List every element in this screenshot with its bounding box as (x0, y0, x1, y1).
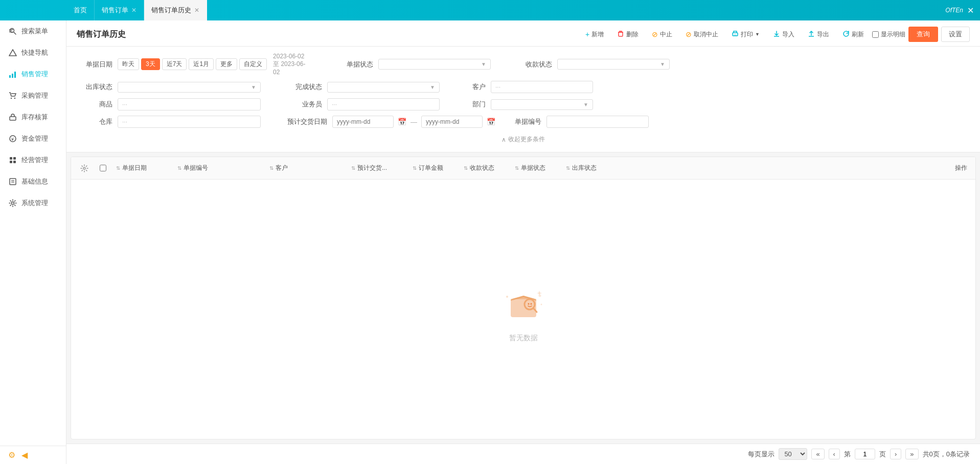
tab-sales-order-history-close[interactable]: ✕ (194, 7, 199, 14)
complete-status-label: 完成状态 (281, 82, 327, 92)
tab-sales-order[interactable]: 销售订单 ✕ (95, 0, 144, 20)
customer-label: 客户 (460, 82, 491, 92)
first-page-button[interactable]: « (811, 449, 824, 459)
warehouse-label: 仓库 (77, 117, 118, 126)
quick-nav-icon (8, 48, 17, 57)
stop-button[interactable]: ⊘ 中止 (647, 28, 677, 41)
sidebar-item-finance-mgmt[interactable]: ¥ 资金管理 (0, 128, 66, 149)
show-detail-toggle[interactable]: 显示明细 (872, 30, 905, 39)
warehouse-select-btn[interactable]: ··· (118, 116, 261, 128)
date-btn-1month[interactable]: 近1月 (189, 58, 214, 70)
sidebar-bottom: ⚙ ◀ (0, 446, 66, 464)
new-button[interactable]: + 新增 (580, 28, 609, 41)
sidebar-item-base-info[interactable]: 基础信息 (0, 171, 66, 192)
dept-select[interactable]: ▼ (491, 99, 593, 110)
cancel-stop-button[interactable]: ⊘ 取消中止 (680, 28, 723, 41)
topbar-close-icon[interactable]: ✕ (967, 6, 974, 15)
payment-status-select[interactable]: ▼ (557, 59, 670, 70)
system-mgmt-icon (8, 198, 17, 208)
th-doc-no[interactable]: ⇅ 单据编号 (173, 164, 265, 172)
tab-sales-order-close[interactable]: ✕ (131, 7, 136, 14)
out-status-arrow-icon: ▼ (251, 84, 256, 90)
th-delivery-sort-icon: ⇅ (351, 165, 355, 171)
tab-home[interactable]: 首页 (66, 0, 95, 20)
date-btn-today[interactable]: 昨天 (118, 58, 139, 70)
dept-label: 部门 (460, 100, 491, 109)
svg-point-21 (12, 202, 14, 205)
th-doc-status[interactable]: ⇅ 单据状态 (511, 164, 562, 172)
sidebar-item-system-mgmt[interactable]: 系统管理 (0, 192, 66, 214)
delete-button[interactable]: 删除 (612, 28, 644, 41)
page-number-input[interactable] (855, 449, 875, 459)
calendar-start-icon[interactable]: 📅 (398, 118, 406, 126)
th-out-status[interactable]: ⇅ 出库状态 (562, 164, 613, 172)
th-docno-sort-icon: ⇅ (177, 165, 181, 171)
settings-button[interactable]: 设置 (941, 27, 970, 42)
th-delivery-date[interactable]: ⇅ 预计交货... (347, 164, 408, 172)
complete-status-select[interactable]: ▼ (327, 82, 440, 93)
print-button[interactable]: 打印 ▼ (726, 28, 765, 41)
tab-sales-order-history[interactable]: 销售订单历史 ✕ (144, 0, 207, 20)
sidebar-item-purchase-mgmt[interactable]: 采购管理 (0, 85, 66, 106)
sidebar-item-search-menu[interactable]: 搜索菜单 (0, 20, 66, 42)
main-layout: 搜索菜单 快捷导航 销售管理 采购管理 库存核算 (0, 20, 980, 464)
sidebar-item-sales-mgmt[interactable]: 销售管理 (0, 63, 66, 85)
th-checkbox[interactable] (94, 165, 112, 171)
out-status-label: 出库状态 (77, 82, 118, 92)
doc-no-input[interactable] (546, 116, 649, 128)
content-area: 销售订单历史 + 新增 删除 ⊘ 中止 ⊘ 取消中 (66, 20, 980, 464)
svg-rect-2 (9, 29, 13, 30)
salesperson-select-btn[interactable]: ··· (327, 98, 440, 111)
import-button[interactable]: 导入 (768, 28, 800, 41)
query-button[interactable]: 查询 (908, 27, 938, 42)
select-all-checkbox[interactable] (100, 165, 106, 171)
print-icon (732, 30, 739, 39)
svg-point-35 (540, 303, 542, 305)
customer-select-btn[interactable]: ··· (491, 81, 593, 93)
th-payment-status[interactable]: ⇅ 收款状态 (460, 164, 511, 172)
date-btn-7days[interactable]: 近7天 (162, 58, 187, 70)
goods-select-btn[interactable]: ··· (118, 98, 261, 111)
svg-text:¥: ¥ (11, 137, 14, 142)
date-range-text: 2023-06-02 至 2023-06-02 (273, 53, 312, 76)
svg-rect-7 (12, 74, 13, 78)
delivery-date-start[interactable] (332, 116, 394, 128)
next-page-button[interactable]: › (890, 449, 901, 459)
top-bar: 首页 销售订单 ✕ 销售订单历史 ✕ OfTEn ✕ (0, 0, 980, 20)
sidebar-item-sales-mgmt-label: 销售管理 (21, 70, 48, 79)
page-size-select[interactable]: 10 20 50 100 (779, 448, 807, 460)
prev-page-button[interactable]: ‹ (829, 449, 840, 459)
show-detail-checkbox[interactable] (872, 31, 879, 38)
sidebar-item-operations-mgmt[interactable]: 经营管理 (0, 149, 66, 171)
delivery-date-end[interactable] (421, 116, 483, 128)
sidebar-collapse-icon[interactable]: ◀ (21, 450, 28, 460)
out-status-select[interactable]: ▼ (118, 82, 261, 93)
svg-point-27 (83, 167, 85, 169)
doc-status-select[interactable]: ▼ (378, 59, 491, 70)
goods-label: 商品 (77, 100, 118, 109)
th-payment-sort-icon: ⇅ (464, 165, 468, 171)
sidebar-settings-icon[interactable]: ⚙ (8, 450, 15, 460)
date-btn-more[interactable]: 更多 (216, 58, 237, 70)
th-settings[interactable] (75, 164, 94, 172)
svg-rect-15 (13, 157, 16, 160)
th-customer[interactable]: ⇅ 客户 (265, 164, 347, 172)
calendar-end-icon[interactable]: 📅 (487, 118, 495, 126)
date-btn-3days[interactable]: 3天 (141, 58, 160, 70)
date-btn-custom[interactable]: 自定义 (239, 58, 267, 70)
sidebar-item-inventory[interactable]: 库存核算 (0, 106, 66, 128)
svg-rect-3 (9, 31, 12, 31)
svg-line-1 (14, 32, 16, 35)
last-page-button[interactable]: » (905, 449, 918, 459)
toolbar: + 新增 删除 ⊘ 中止 ⊘ 取消中止 (580, 27, 970, 42)
refresh-button[interactable]: 刷新 (837, 28, 869, 41)
collapse-bar[interactable]: ∧ 收起更多条件 (77, 133, 970, 146)
th-doc-date[interactable]: ⇅ 单据日期 (112, 164, 173, 172)
goto-prefix: 第 (844, 450, 851, 459)
sales-mgmt-icon (8, 70, 17, 79)
sidebar-item-quick-nav[interactable]: 快捷导航 (0, 42, 66, 63)
table-header: ⇅ 单据日期 ⇅ 单据编号 ⇅ 客户 ⇅ 预计交货... ⇅ 订单金额 (71, 157, 975, 180)
export-button[interactable]: 导出 (803, 28, 834, 41)
page-title: 销售订单历史 (77, 29, 126, 40)
th-amount[interactable]: ⇅ 订单金额 (408, 164, 460, 172)
